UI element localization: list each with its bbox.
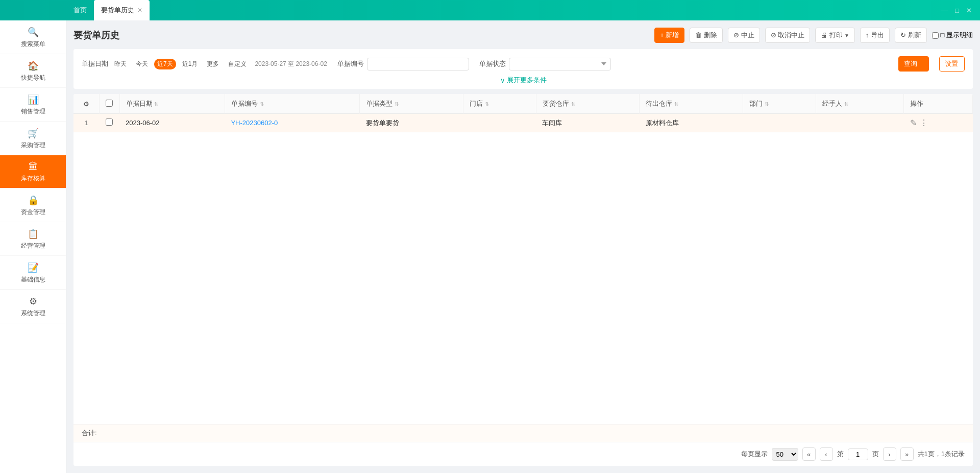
page-prefix-label: 第 [837, 450, 844, 459]
delete-action-icon[interactable]: ⋮ [920, 118, 928, 128]
close-btn[interactable]: ✕ [966, 7, 972, 14]
first-page-btn[interactable]: « [802, 447, 816, 461]
next-page-icon: › [888, 451, 890, 458]
bill-no-input[interactable] [367, 58, 469, 70]
table-container: ⚙ 单据日期 ⇅ 单据编号 ⇅ [74, 94, 973, 466]
date-btn-yesterday[interactable]: 昨天 [111, 59, 130, 69]
sort-pending-warehouse-icon[interactable]: ⇅ [674, 101, 678, 107]
action-icons: ✎ ⋮ [910, 118, 967, 128]
per-page-select[interactable]: 50 20 100 200 [772, 448, 798, 461]
first-page-icon: « [807, 451, 811, 458]
settings-col-icon[interactable]: ⚙ [83, 100, 89, 108]
last-page-btn[interactable]: » [900, 447, 914, 461]
cell-checkbox [99, 114, 119, 132]
sort-handler-icon[interactable]: ⇅ [844, 101, 848, 107]
date-btn-today[interactable]: 今天 [133, 59, 151, 69]
expand-row: ∨ 展开更多条件 [82, 76, 965, 85]
table-body: 1 2023-06-02 YH-20230602-0 要货单 [74, 114, 973, 132]
cell-index: 1 [74, 114, 99, 132]
finance-icon: 🔒 [28, 195, 39, 206]
settings-button[interactable]: 设置 [939, 56, 965, 72]
th-checkbox [99, 94, 119, 114]
export-button[interactable]: ↑ 导出 [860, 28, 890, 43]
th-shop-label: 门店 [470, 100, 483, 107]
date-btn-more[interactable]: 更多 [204, 59, 222, 69]
cell-pending-warehouse: 原材料仓库 [640, 114, 743, 132]
row-checkbox[interactable] [106, 119, 113, 126]
bill-no-link[interactable]: YH-20230602-0 [231, 119, 278, 127]
tab-home[interactable]: 首页 [66, 0, 94, 20]
tab-bill-history[interactable]: 要货单历史 ✕ [94, 0, 150, 20]
sidebar-label-basic-info: 基础信息 [21, 275, 45, 284]
th-pending-warehouse: 待出仓库 ⇅ [640, 94, 743, 114]
print-label: 🖨 打印 [821, 31, 843, 40]
th-shop: 门店 ⇅ [463, 94, 536, 114]
sidebar-label-purchase: 采购管理 [21, 141, 45, 150]
sidebar-item-sales[interactable]: 📊 销售管理 [0, 88, 66, 122]
sort-bill-no-icon[interactable]: ⇅ [260, 101, 264, 107]
date-btn-custom[interactable]: 自定义 [225, 59, 250, 69]
prev-page-icon: ‹ [825, 451, 827, 458]
sort-bill-type-icon[interactable]: ⇅ [395, 101, 399, 107]
table-header: ⚙ 单据日期 ⇅ 单据编号 ⇅ [74, 94, 973, 114]
total-info: 共1页，1条记录 [918, 450, 965, 459]
display-detail-label: □ 显示明细 [941, 31, 973, 40]
sidebar-item-system[interactable]: ⚙ 系统管理 [0, 290, 66, 323]
sort-req-warehouse-icon[interactable]: ⇅ [571, 101, 575, 107]
maximize-btn[interactable]: □ [955, 7, 959, 14]
th-settings[interactable]: ⚙ [74, 94, 99, 114]
chevron-down-icon: ∨ [500, 77, 505, 84]
sidebar-label-operations: 经营管理 [21, 242, 45, 250]
new-button[interactable]: + 新增 [654, 28, 684, 43]
edit-action-icon[interactable]: ✎ [910, 118, 917, 128]
next-page-btn[interactable]: › [883, 447, 896, 461]
top-bar: 首页 要货单历史 ✕ — □ ✕ [0, 0, 980, 20]
date-btn-7days[interactable]: 近7天 [154, 59, 176, 69]
select-all-checkbox[interactable] [106, 100, 113, 107]
minimize-btn[interactable]: — [941, 7, 948, 14]
cell-department [743, 114, 816, 132]
status-filter-group: 单据状态 [479, 58, 888, 70]
toolbar: + 新增 🗑 删除 ⊘ 中止 ⊘ 取消中止 🖨 打印 ▼ ↑ 导出 ↻ 刷新 □… [654, 28, 973, 43]
display-detail-checkbox[interactable] [932, 32, 939, 39]
sidebar-item-purchase[interactable]: 🛒 采购管理 [0, 122, 66, 155]
sort-shop-icon[interactable]: ⇅ [485, 101, 489, 107]
quick-nav-icon: 🏠 [28, 60, 39, 72]
purchase-icon: 🛒 [28, 128, 39, 139]
th-pending-warehouse-label: 待出仓库 [646, 100, 672, 107]
system-icon: ⚙ [29, 296, 37, 307]
date-btn-1month[interactable]: 近1月 [179, 59, 201, 69]
cancel-stop-button[interactable]: ⊘ 取消中止 [765, 28, 811, 43]
sidebar-item-basic-info[interactable]: 📝 基础信息 [0, 256, 66, 290]
th-bill-type: 单据类型 ⇅ [360, 94, 463, 114]
window-controls: — □ ✕ [941, 7, 980, 14]
query-button[interactable]: 查询 [898, 56, 929, 72]
sidebar-item-inventory[interactable]: 🏛 库存核算 [0, 155, 66, 188]
sort-date-icon[interactable]: ⇅ [154, 101, 158, 107]
sidebar-label-inventory: 库存核算 [21, 174, 45, 183]
th-date-label: 单据日期 [126, 100, 153, 107]
sidebar-item-operations[interactable]: 📋 经营管理 [0, 222, 66, 256]
print-chevron-icon: ▼ [844, 33, 849, 38]
th-bill-no-label: 单据编号 [231, 100, 258, 107]
sidebar-item-search-menu[interactable]: 🔍 搜索菜单 [0, 20, 66, 54]
expand-more-btn[interactable]: ∨ 展开更多条件 [500, 76, 547, 85]
prev-page-btn[interactable]: ‹ [820, 447, 833, 461]
stop-button[interactable]: ⊘ 中止 [728, 28, 760, 43]
status-select[interactable] [509, 58, 611, 70]
sidebar-item-finance[interactable]: 🔒 资金管理 [0, 188, 66, 222]
sidebar-label-system: 系统管理 [21, 309, 45, 318]
sidebar-item-quick-nav[interactable]: 🏠 快捷导航 [0, 54, 66, 88]
sort-department-icon[interactable]: ⇅ [765, 101, 769, 107]
th-bill-type-label: 单据类型 [366, 100, 393, 107]
table-scroll[interactable]: ⚙ 单据日期 ⇅ 单据编号 ⇅ [74, 94, 973, 424]
page-number-input[interactable] [848, 448, 868, 460]
print-button[interactable]: 🖨 打印 ▼ [815, 28, 855, 43]
th-req-warehouse: 要货仓库 ⇅ [536, 94, 639, 114]
refresh-button[interactable]: ↻ 刷新 [895, 28, 927, 43]
display-detail-toggle[interactable]: □ 显示明细 [932, 31, 973, 40]
date-filter-label: 单据日期 [82, 59, 108, 68]
th-department-label: 部门 [749, 100, 763, 107]
delete-button[interactable]: 🗑 删除 [690, 28, 723, 43]
close-tab-icon[interactable]: ✕ [137, 7, 142, 14]
